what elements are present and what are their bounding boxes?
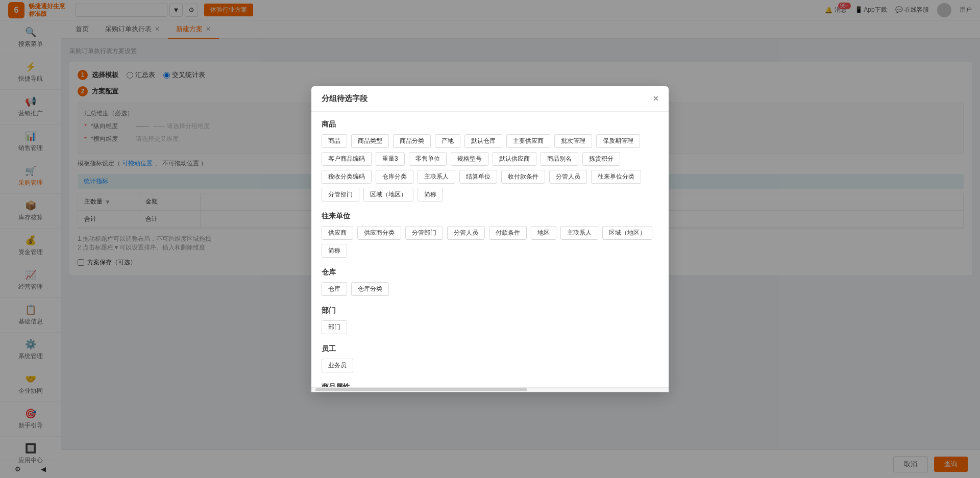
field-section-employee: 员工 业务员 bbox=[322, 344, 658, 372]
field-tag-main-contact2[interactable]: 主联系人 bbox=[560, 226, 598, 240]
field-tag-settlement-unit[interactable]: 结算单位 bbox=[459, 170, 497, 184]
field-section-counterparty: 往来单位 供应商 供应商分类 分管部门 分管人员 付款条件 地区 主联系人 区域… bbox=[322, 212, 658, 258]
field-tag-expiry-mgmt[interactable]: 保质期管理 bbox=[596, 134, 640, 148]
field-tag-customer-code[interactable]: 客户商品编码 bbox=[322, 152, 372, 166]
modal-title: 分组待选字段 bbox=[322, 94, 368, 104]
dept-field-tags: 部门 bbox=[322, 320, 658, 334]
field-tag-main-supplier[interactable]: 主要供应商 bbox=[506, 134, 550, 148]
field-tag-default-supplier[interactable]: 默认供应商 bbox=[493, 152, 536, 166]
field-tag-tax-code[interactable]: 税收分类编码 bbox=[322, 170, 372, 184]
goods-field-tags: 商品 商品类型 商品分类 产地 默认仓库 主要供应商 批次管理 保质期管理 客户… bbox=[322, 134, 658, 202]
field-tag-pick-points[interactable]: 拣货积分 bbox=[582, 152, 620, 166]
field-tag-retail-unit[interactable]: 零售单位 bbox=[409, 152, 447, 166]
field-tag-goods-type[interactable]: 商品类型 bbox=[351, 134, 389, 148]
field-tag-supervisor2[interactable]: 分管人员 bbox=[447, 226, 485, 240]
field-tag-spec-model[interactable]: 规格型号 bbox=[451, 152, 488, 166]
field-section-dept: 部门 部门 bbox=[322, 306, 658, 334]
counterparty-section-title: 往来单位 bbox=[322, 212, 658, 221]
field-tag-region2[interactable]: 地区 bbox=[531, 226, 556, 240]
field-tag-origin[interactable]: 产地 bbox=[435, 134, 460, 148]
modal-header: 分组待选字段 × bbox=[311, 86, 669, 112]
warehouse-section-title: 仓库 bbox=[322, 268, 658, 277]
field-tag-short-name[interactable]: 简称 bbox=[418, 188, 443, 202]
employee-section-title: 员工 bbox=[322, 344, 658, 354]
field-tag-short-name2[interactable]: 简称 bbox=[322, 244, 347, 258]
field-tag-dept[interactable]: 部门 bbox=[322, 320, 347, 334]
field-tag-goods-category[interactable]: 商品分类 bbox=[393, 134, 431, 148]
field-tag-unit-category[interactable]: 往来单位分类 bbox=[591, 170, 641, 184]
field-tag-warehouse-cat[interactable]: 仓库分类 bbox=[351, 282, 389, 296]
field-tag-region-area[interactable]: 区域（地区） bbox=[602, 226, 652, 240]
field-tag-supplier-category[interactable]: 供应商分类 bbox=[357, 226, 401, 240]
scrollbar-thumb bbox=[315, 388, 527, 391]
field-tag-dept-managed2[interactable]: 分管部门 bbox=[405, 226, 443, 240]
field-tag-default-warehouse[interactable]: 默认仓库 bbox=[464, 134, 502, 148]
warehouse-field-tags: 仓库 仓库分类 bbox=[322, 282, 658, 296]
field-tag-batch-mgmt[interactable]: 批次管理 bbox=[554, 134, 592, 148]
field-tag-main-contact[interactable]: 主联系人 bbox=[418, 170, 455, 184]
modal-overlay: 分组待选字段 × 商品 商品 商品类型 商品分类 产地 默认仓库 主要供应商 批… bbox=[0, 0, 980, 478]
field-tag-supplier[interactable]: 供应商 bbox=[322, 226, 353, 240]
goods-section-title: 商品 bbox=[322, 120, 658, 129]
modal-body[interactable]: 商品 商品 商品类型 商品分类 产地 默认仓库 主要供应商 批次管理 保质期管理… bbox=[311, 112, 669, 387]
field-tag-sales-staff[interactable]: 业务员 bbox=[322, 359, 353, 372]
field-tag-warehouse[interactable]: 仓库 bbox=[322, 282, 347, 296]
modal-dialog: 分组待选字段 × 商品 商品 商品类型 商品分类 产地 默认仓库 主要供应商 批… bbox=[311, 86, 669, 392]
field-tag-goods-alias[interactable]: 商品别名 bbox=[541, 152, 578, 166]
field-tag-warehouse-category[interactable]: 仓库分类 bbox=[376, 170, 413, 184]
field-tag-weight[interactable]: 重量3 bbox=[376, 152, 405, 166]
field-section-warehouse: 仓库 仓库 仓库分类 bbox=[322, 268, 658, 296]
field-tag-supervisor[interactable]: 分管人员 bbox=[549, 170, 587, 184]
field-tag-dept-managed[interactable]: 分管部门 bbox=[322, 188, 359, 202]
counterparty-field-tags: 供应商 供应商分类 分管部门 分管人员 付款条件 地区 主联系人 区域（地区） … bbox=[322, 226, 658, 258]
field-section-goods: 商品 商品 商品类型 商品分类 产地 默认仓库 主要供应商 批次管理 保质期管理… bbox=[322, 120, 658, 202]
modal-close-button[interactable]: × bbox=[653, 93, 658, 104]
modal-scrollbar-x[interactable] bbox=[311, 387, 669, 392]
field-tag-region[interactable]: 区域（地区） bbox=[363, 188, 413, 202]
employee-field-tags: 业务员 bbox=[322, 359, 658, 372]
field-section-goods-attr: 商品属性 属性 颜色 多规格 尺码 鞋码 1 bbox=[322, 383, 658, 387]
goods-attr-section-title: 商品属性 bbox=[322, 383, 658, 387]
dept-section-title: 部门 bbox=[322, 306, 658, 315]
field-tag-goods[interactable]: 商品 bbox=[322, 134, 347, 148]
field-tag-payment-cond[interactable]: 付款条件 bbox=[489, 226, 527, 240]
field-tag-payment-terms[interactable]: 收付款条件 bbox=[501, 170, 545, 184]
